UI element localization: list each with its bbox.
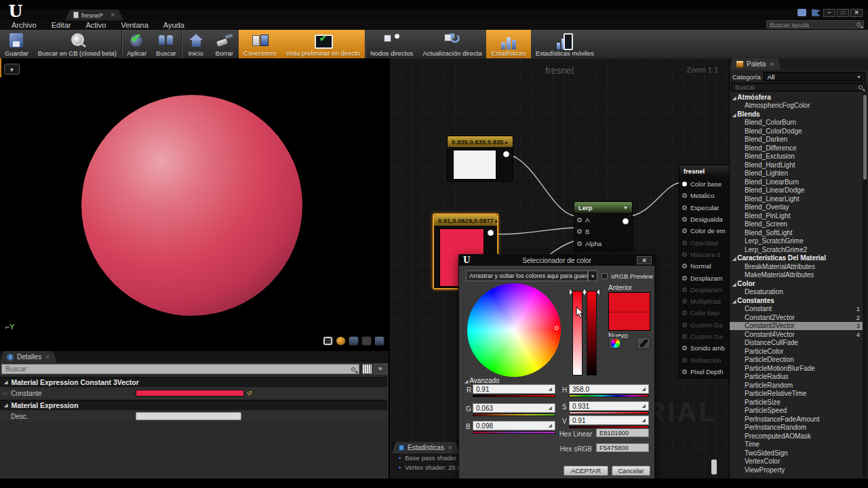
menu-item[interactable]: Ayuda [156, 21, 192, 29]
srgb-preview-checkbox[interactable] [601, 273, 608, 279]
collapse-icon[interactable]: ▼ [623, 205, 628, 210]
palette-tab[interactable]: Paleta ✕ [730, 58, 781, 70]
palette-row[interactable]: Constant3Vector 3 [730, 322, 863, 331]
palette-row[interactable]: Blend_LinearLight [730, 195, 863, 203]
menu-item[interactable]: Editar [44, 21, 79, 29]
pin-circle-icon[interactable] [577, 218, 582, 222]
details-tab-close-icon[interactable]: ✕ [45, 354, 50, 361]
palette-row[interactable]: Blend_PinLight [730, 211, 863, 220]
pin-circle-icon[interactable] [682, 193, 687, 198]
pin-circle-icon[interactable] [682, 217, 687, 222]
flag-icon[interactable] [812, 9, 821, 16]
details-tab[interactable]: i Detalles ✕ [0, 351, 57, 363]
palette-row[interactable]: Blend_ColorBurn [730, 119, 863, 127]
palette-row[interactable]: PrecomputedAOMask [730, 432, 863, 441]
details-list-view-button[interactable] [362, 364, 372, 374]
toolbar-button[interactable]: Estadísticas móviles [531, 30, 599, 58]
minimize-button[interactable]: − [823, 9, 835, 17]
output-pin[interactable] [488, 230, 494, 236]
palette-row[interactable]: Constant4Vector 4 [730, 330, 863, 339]
v-input[interactable]: 0.91 [569, 415, 649, 425]
collapse-icon[interactable]: ▲ [494, 218, 498, 223]
eyedropper-button[interactable] [637, 337, 650, 349]
palette-row[interactable]: Constant 1 [730, 305, 863, 314]
pin-circle-icon[interactable] [577, 229, 582, 234]
palette-scrollbar[interactable] [863, 93, 867, 477]
palette-row[interactable]: ParticleRelativeTime [730, 390, 863, 399]
constant-node-white[interactable]: 0.835,0.835,0.835 ▲ [447, 136, 513, 182]
menu-item[interactable]: Ventana [113, 21, 155, 29]
palette-row[interactable]: ParticleSize [730, 398, 863, 407]
pin-circle-icon[interactable] [682, 252, 687, 257]
palette-scrollbar-thumb[interactable] [863, 95, 867, 180]
pin-circle-icon[interactable] [682, 276, 687, 281]
feedback-bubble-icon[interactable] [797, 9, 806, 16]
preview-cube-button[interactable] [361, 336, 372, 346]
color-wheel-mode-button[interactable] [608, 337, 622, 349]
node-pin[interactable]: Metalico [679, 190, 729, 201]
palette-row[interactable]: Desaturation [730, 288, 863, 297]
pin-circle-icon[interactable] [682, 264, 687, 268]
node-pin[interactable]: Color bajo [679, 307, 729, 319]
pin-circle-icon[interactable] [577, 241, 582, 246]
palette-row[interactable]: Blend_LinearDodge [730, 186, 863, 195]
avanzado-section-header[interactable]: Avanzado [465, 377, 500, 384]
node-pin[interactable]: Desplazam [679, 284, 729, 296]
cancel-button[interactable]: Cancelar [612, 466, 650, 476]
palette-row[interactable]: PerInstanceFadeAmount [730, 415, 863, 424]
node-pin[interactable]: Desplazam [679, 272, 729, 283]
node-pin[interactable]: B [574, 226, 632, 237]
pin-circle-icon[interactable] [682, 369, 687, 374]
pin-circle-icon[interactable] [682, 205, 687, 210]
palette-row[interactable]: Blend_SoftLight [730, 228, 863, 237]
hex-linear-input[interactable]: E8101900 [596, 428, 649, 437]
saturation-slider[interactable] [572, 291, 583, 375]
chevron-down-icon[interactable]: ▼ [588, 270, 597, 281]
palette-row[interactable]: Blend_Lighten [730, 169, 863, 178]
pin-circle-icon[interactable] [682, 323, 687, 327]
hex-srgb-input[interactable]: F5475800 [596, 443, 649, 452]
category-dropdown[interactable]: All ▼ [764, 72, 865, 81]
stats-tab-close-icon[interactable]: ✕ [448, 445, 453, 451]
palette-row[interactable]: ParticleMotionBlurFade [730, 364, 863, 373]
dialog-titlebar[interactable]: U Seleccionador de color [459, 255, 654, 266]
palette-row[interactable]: Características Del Material [730, 254, 863, 263]
palette-row[interactable]: Time [730, 441, 863, 449]
tab-close-icon[interactable]: ✕ [110, 12, 115, 18]
palette-row[interactable]: Blend_Darken [730, 136, 863, 144]
desc-text-input[interactable] [136, 412, 241, 420]
node-pin[interactable]: Especular [679, 202, 729, 214]
color-wheel[interactable] [467, 283, 561, 377]
pin-circle-icon[interactable] [682, 346, 687, 350]
pin-circle-icon[interactable] [682, 182, 687, 186]
palette-tab-close-icon[interactable]: ✕ [769, 61, 774, 68]
palette-row[interactable]: Blend_ColorDodge [730, 127, 863, 136]
node-pin[interactable]: Custom Da [679, 331, 729, 342]
palette-row[interactable]: Blend_HardLight [730, 161, 863, 169]
graph-scrollbar-grip[interactable] [711, 460, 717, 474]
pin-circle-icon[interactable] [682, 358, 687, 363]
palette-row[interactable]: ParticleSpeed [730, 407, 863, 415]
material-result-node[interactable]: fresnel Color base Metalico Especular De… [679, 165, 729, 378]
palette-row[interactable]: AtmosphericFogColor [730, 102, 863, 110]
details-section-header[interactable]: ◢ Material Expression [0, 400, 387, 410]
constant-color-swatch[interactable] [136, 390, 244, 396]
pin-circle-icon[interactable] [682, 334, 687, 339]
menu-item[interactable]: Archivo [4, 21, 44, 29]
palette-row[interactable]: ParticleRandom [730, 381, 863, 390]
dialog-close-button[interactable]: ✕ [637, 256, 652, 264]
close-button[interactable]: ✕ [850, 9, 863, 17]
node-pin[interactable]: Desigualda [679, 214, 729, 225]
restore-button[interactable]: □ [837, 9, 849, 17]
toolbar-button[interactable]: Borrar [210, 30, 239, 58]
palette-row[interactable]: VertexColor [730, 458, 863, 466]
palette-row[interactable]: Color [730, 279, 863, 288]
palette-search-input[interactable]: Buscar [731, 83, 867, 92]
preview-mesh-button[interactable] [374, 336, 384, 346]
pin-circle-icon[interactable] [682, 287, 687, 292]
r-input[interactable]: 0.91 [473, 384, 555, 394]
palette-row[interactable]: BreakMaterialAttributes [730, 262, 863, 271]
asset-tab[interactable]: fresnel* ✕ [65, 9, 123, 20]
value-slider[interactable] [587, 291, 597, 375]
pin-circle-icon[interactable] [682, 299, 687, 304]
